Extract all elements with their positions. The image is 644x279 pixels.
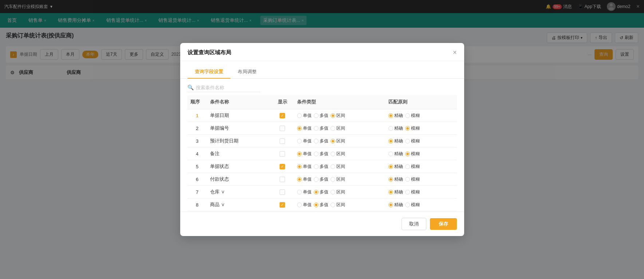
order-number: 1 bbox=[196, 113, 198, 118]
rule-fuzzy-radio[interactable]: 模糊 bbox=[405, 151, 420, 157]
type-multi-radio[interactable]: 多值 bbox=[314, 164, 328, 170]
rule-fuzzy-radio[interactable]: 模糊 bbox=[405, 189, 420, 195]
row-order: 4 bbox=[187, 148, 207, 160]
multi-radio-btn[interactable] bbox=[314, 152, 319, 156]
rule-precise-radio[interactable]: 精确 bbox=[388, 125, 403, 131]
type-single-radio[interactable]: 单值 bbox=[297, 189, 312, 195]
type-single-radio[interactable]: 单值 bbox=[297, 164, 312, 170]
rule-precise-radio[interactable]: 精确 bbox=[388, 138, 403, 144]
fuzzy-radio-btn[interactable] bbox=[405, 139, 410, 144]
type-multi-radio[interactable]: 多值 bbox=[314, 113, 328, 119]
precise-radio-btn[interactable] bbox=[388, 152, 393, 156]
rule-fuzzy-radio[interactable]: 模糊 bbox=[405, 202, 420, 208]
save-button[interactable]: 保存 bbox=[430, 218, 457, 230]
precise-radio-btn[interactable] bbox=[388, 190, 393, 194]
single-radio-btn[interactable] bbox=[297, 126, 302, 131]
fuzzy-radio-btn[interactable] bbox=[405, 177, 410, 182]
display-checkbox[interactable] bbox=[280, 126, 285, 131]
modal-tab-layout[interactable]: 布局调整 bbox=[230, 66, 264, 79]
type-multi-radio[interactable]: 多值 bbox=[314, 189, 328, 195]
type-single-radio[interactable]: 单值 bbox=[297, 176, 312, 182]
single-radio-btn[interactable] bbox=[297, 177, 302, 182]
multi-radio-btn[interactable] bbox=[314, 113, 319, 118]
fuzzy-radio-btn[interactable] bbox=[405, 126, 410, 131]
precise-radio-btn[interactable] bbox=[388, 164, 393, 169]
fuzzy-radio-btn[interactable] bbox=[405, 190, 410, 194]
rule-precise-radio[interactable]: 精确 bbox=[388, 176, 403, 182]
multi-radio-btn[interactable] bbox=[314, 126, 319, 131]
rule-fuzzy-radio[interactable]: 模糊 bbox=[405, 164, 420, 170]
col-header-display: 显示 bbox=[270, 95, 294, 109]
range-radio-btn[interactable] bbox=[331, 113, 335, 118]
range-radio-btn[interactable] bbox=[331, 190, 335, 194]
type-multi-radio[interactable]: 多值 bbox=[314, 202, 328, 208]
search-input[interactable] bbox=[196, 85, 250, 90]
range-radio-btn[interactable] bbox=[331, 152, 335, 156]
type-range-radio[interactable]: 区间 bbox=[331, 113, 345, 119]
rule-fuzzy-radio[interactable]: 模糊 bbox=[405, 125, 420, 131]
fuzzy-radio-btn[interactable] bbox=[405, 164, 410, 169]
range-radio-btn[interactable] bbox=[331, 203, 335, 207]
type-range-radio[interactable]: 区间 bbox=[331, 176, 345, 182]
single-radio-btn[interactable] bbox=[297, 190, 302, 194]
col-header-name: 条件名称 bbox=[207, 95, 270, 109]
rule-precise-radio[interactable]: 精确 bbox=[388, 151, 403, 157]
single-radio-btn[interactable] bbox=[297, 164, 302, 169]
type-multi-radio[interactable]: 多值 bbox=[314, 138, 328, 144]
display-checkbox[interactable] bbox=[280, 113, 285, 118]
single-radio-btn[interactable] bbox=[297, 203, 302, 207]
type-range-radio[interactable]: 区间 bbox=[331, 125, 345, 131]
precise-radio-btn[interactable] bbox=[388, 126, 393, 131]
rule-precise-radio[interactable]: 精确 bbox=[388, 113, 403, 119]
precise-radio-btn[interactable] bbox=[388, 203, 393, 207]
display-checkbox[interactable] bbox=[280, 202, 285, 208]
type-single-radio[interactable]: 单值 bbox=[297, 113, 312, 119]
type-single-radio[interactable]: 单值 bbox=[297, 151, 312, 157]
modal-close-button[interactable]: × bbox=[453, 49, 457, 56]
rule-fuzzy-radio[interactable]: 模糊 bbox=[405, 138, 420, 144]
multi-radio-btn[interactable] bbox=[314, 177, 319, 182]
range-radio-btn[interactable] bbox=[331, 126, 335, 131]
type-single-radio[interactable]: 单值 bbox=[297, 138, 312, 144]
type-range-radio[interactable]: 区间 bbox=[331, 189, 345, 195]
multi-radio-btn[interactable] bbox=[314, 203, 319, 207]
multi-radio-btn[interactable] bbox=[314, 164, 319, 169]
single-radio-btn[interactable] bbox=[297, 113, 302, 118]
precise-radio-btn[interactable] bbox=[388, 113, 393, 118]
precise-radio-btn[interactable] bbox=[388, 177, 393, 182]
single-radio-btn[interactable] bbox=[297, 139, 302, 144]
display-checkbox[interactable] bbox=[280, 138, 285, 144]
range-radio-btn[interactable] bbox=[331, 164, 335, 169]
type-range-radio[interactable]: 区间 bbox=[331, 151, 345, 157]
type-range-radio[interactable]: 区间 bbox=[331, 164, 345, 170]
single-radio-btn[interactable] bbox=[297, 152, 302, 156]
type-single-radio[interactable]: 单值 bbox=[297, 125, 312, 131]
multi-radio-btn[interactable] bbox=[314, 190, 319, 194]
fuzzy-radio-btn[interactable] bbox=[405, 113, 410, 118]
modal-tab-query-fields[interactable]: 查询字段设置 bbox=[187, 66, 230, 79]
range-radio-btn[interactable] bbox=[331, 177, 335, 182]
display-checkbox[interactable] bbox=[280, 164, 285, 169]
rule-precise-radio[interactable]: 精确 bbox=[388, 202, 403, 208]
type-multi-radio[interactable]: 多值 bbox=[314, 176, 328, 182]
rule-precise-radio[interactable]: 精确 bbox=[388, 164, 403, 170]
display-checkbox[interactable] bbox=[280, 151, 285, 157]
precise-radio-btn[interactable] bbox=[388, 139, 393, 144]
display-checkbox[interactable] bbox=[280, 177, 285, 182]
type-range-radio[interactable]: 区间 bbox=[331, 202, 345, 208]
row-order: 1 bbox=[187, 109, 207, 122]
type-multi-radio[interactable]: 多值 bbox=[314, 151, 328, 157]
type-single-radio[interactable]: 单值 bbox=[297, 202, 312, 208]
multi-radio-btn[interactable] bbox=[314, 139, 319, 144]
rule-fuzzy-radio[interactable]: 模糊 bbox=[405, 113, 420, 119]
type-range-radio[interactable]: 区间 bbox=[331, 138, 345, 144]
display-checkbox[interactable] bbox=[280, 189, 285, 195]
type-multi-radio[interactable]: 多值 bbox=[314, 125, 328, 131]
rule-precise-radio[interactable]: 精确 bbox=[388, 189, 403, 195]
fuzzy-radio-btn[interactable] bbox=[405, 152, 410, 156]
rule-fuzzy-radio[interactable]: 模糊 bbox=[405, 176, 420, 182]
range-radio-btn[interactable] bbox=[331, 139, 335, 144]
fuzzy-radio-btn[interactable] bbox=[405, 203, 410, 207]
cancel-button[interactable]: 取消 bbox=[402, 218, 426, 230]
table-row: 6付款状态单值多值区间精确模糊 bbox=[187, 173, 457, 186]
